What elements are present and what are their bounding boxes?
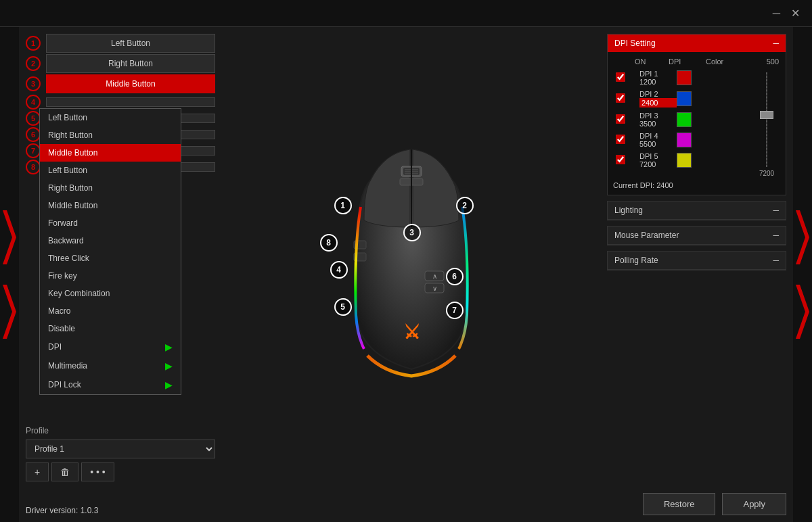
btn-number-8: 8 [26,160,41,174]
btn-number-5: 5 [26,111,41,126]
close-button[interactable]: ✕ [786,4,805,22]
mouse-label-1: 1 [334,197,352,214]
dpi-2-checkbox[interactable] [616,93,625,103]
col-header-dpi: DPI [669,57,706,66]
btn-number-2: 2 [26,56,41,71]
button-item-1[interactable]: Left Button [46,34,215,53]
right-decoration [793,27,812,522]
profile-delete-button[interactable]: 🗑 [51,462,78,481]
btn-number-7: 7 [26,143,41,158]
lighting-panel-header[interactable]: Lighting ─ [608,201,786,220]
apply-button[interactable]: Apply [722,493,786,515]
dpi-panel-header: DPI Setting ─ [608,34,786,52]
button-item-2[interactable]: Right Button [46,54,215,73]
profile-select-row: Profile 1 [26,440,215,458]
dropdown-item-backward[interactable]: Backward [40,232,181,250]
polling-rate-header[interactable]: Polling Rate ─ [608,252,786,270]
bottom-actions: Restore Apply [607,486,786,515]
mouse-parameter-collapse-icon: ─ [773,231,779,240]
button-item-4[interactable] [46,97,215,107]
dpi-5-value: 7200 [639,160,677,168]
mouse-parameter-title: Mouse Parameter [614,231,679,240]
button-row-1: 1 Left Button [26,34,215,53]
button-item-3[interactable]: Middle Button [46,74,215,93]
mouse-image-container: ∧ ∨ ⚔ 1 2 3 4 5 [310,105,513,444]
dpi-1-checkbox[interactable] [616,72,625,82]
profile-actions: + 🗑 • • • [26,462,215,481]
dropdown-item-three-click[interactable]: Three Click [40,250,181,267]
dpi-2-name: DPI 2 [639,90,677,98]
dpi-min-val: 500 [733,57,779,66]
dpi-3-name: DPI 3 [639,112,677,120]
dropdown-item-multimedia[interactable]: Multimedia ▶ [40,356,181,375]
mouse-label-4: 4 [330,261,348,279]
left-deco-bottom [3,285,16,339]
dpi-1-color-container [677,70,710,85]
right-deco-bottom [796,285,809,339]
dpi-4-value: 5500 [639,140,677,148]
dpi-4-color-swatch[interactable] [677,133,692,147]
dpi-3-value: 3500 [639,120,677,128]
col-header-color: Color [706,57,733,66]
dropdown-item-middle-button-2[interactable]: Middle Button [40,197,181,214]
dpi-1-color-swatch[interactable] [677,70,692,85]
dpi-main-area: DPI 1 1200 [613,70,780,177]
current-dpi-label: Current DPI: [613,181,654,189]
dpi-4-checkbox[interactable] [616,135,625,144]
dpi-2-color-container [677,91,710,106]
dropdown-item-left-button[interactable]: Left Button [40,109,181,126]
dropdown-item-middle-button[interactable]: Middle Button [40,144,181,162]
mouse-parameter-header[interactable]: Mouse Parameter ─ [608,227,786,245]
button-row-2: 2 Right Button [26,54,215,73]
dpi-1-checkbox-container [616,72,639,84]
dpi-5-color-swatch[interactable] [677,153,692,168]
title-bar: ─ ✕ [0,0,812,27]
dpi-slider-track-area [760,72,773,167]
svg-text:∧: ∧ [432,272,436,280]
dpi-4-color-container [677,133,710,147]
dropdown-item-dpi-lock[interactable]: DPI Lock ▶ [40,375,181,394]
dropdown-item-key-combination[interactable]: Key Combination [40,285,181,302]
dropdown-item-left-button-2[interactable]: Left Button [40,162,181,179]
dpi-5-info: DPI 5 7200 [639,152,677,168]
dpi-2-color-swatch[interactable] [677,91,692,106]
mouse-label-6: 6 [446,268,464,285]
dropdown-item-macro[interactable]: Macro [40,302,181,320]
dropdown-item-disable[interactable]: Disable [40,320,181,337]
mouse-label-8: 8 [320,234,338,252]
dpi-max-label: 7200 [759,170,774,177]
dpi-3-checkbox-container [616,114,639,126]
profile-label: Profile [26,426,215,435]
dpi-row-2: DPI 2 2400 [613,90,753,108]
dropdown-item-dpi[interactable]: DPI ▶ [40,337,181,356]
dpi-3-checkbox[interactable] [616,114,625,124]
dropdown-item-right-button-2[interactable]: Right Button [40,179,181,197]
dpi-5-color-container [677,153,710,168]
dpi-2-value: 2400 [639,98,677,108]
profile-add-button[interactable]: + [26,462,49,481]
dpi-panel-content: ON DPI Color 500 [608,52,786,195]
mouse-label-2: 2 [456,197,474,214]
minimize-button[interactable]: ─ [767,5,786,22]
dpi-1-name: DPI 1 [639,70,677,78]
dpi-5-checkbox[interactable] [616,155,625,164]
dpi-2-checkbox-container [616,93,639,105]
dpi-3-color-container [677,112,710,127]
dpi-panel: DPI Setting ─ ON DPI Color 500 [607,34,786,195]
dpi-slider-thumb[interactable] [760,111,773,119]
dropdown-item-right-button[interactable]: Right Button [40,126,181,144]
col-header-on: ON [635,57,669,66]
profile-more-button[interactable]: • • • [81,462,114,481]
dpi-panel-collapse-icon[interactable]: ─ [773,39,779,48]
mouse-svg: ∧ ∨ ⚔ [344,139,479,396]
dpi-3-color-swatch[interactable] [677,112,692,127]
button-row-4: 4 [26,95,215,110]
dpi-2-info: DPI 2 2400 [639,90,677,108]
profile-select[interactable]: Profile 1 [26,440,215,458]
restore-button[interactable]: Restore [643,493,716,515]
dropdown-item-forward[interactable]: Forward [40,214,181,232]
dpi-lock-arrow-icon: ▶ [165,379,173,390]
mouse-label-5: 5 [334,298,352,316]
dropdown-item-fire-key[interactable]: Fire key [40,267,181,285]
dpi-4-name: DPI 4 [639,132,677,140]
